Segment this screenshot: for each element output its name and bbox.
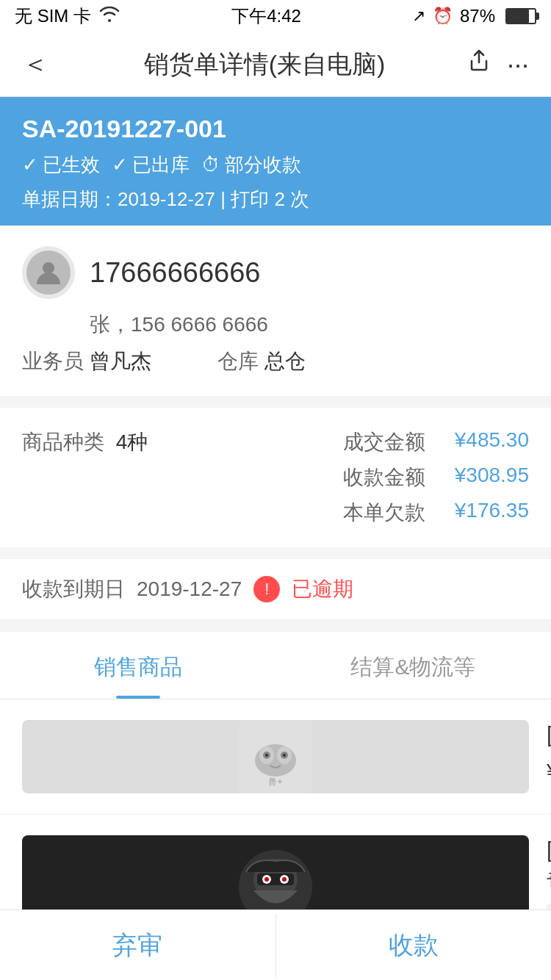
- due-date-value: 2019-12-27: [137, 577, 242, 601]
- page-title: 销货单详情(来自电脑): [63, 48, 466, 82]
- status-right: ↗ ⏰ 87%: [412, 6, 536, 26]
- overdue-text: 已逾期: [292, 575, 353, 603]
- svg-point-8: [283, 754, 286, 757]
- svg-text:兽+: 兽+: [268, 777, 282, 787]
- customer-meta: 业务员 曾凡杰 仓库 总仓: [22, 347, 529, 375]
- warehouse-meta: 仓库 总仓: [217, 347, 306, 375]
- warehouse-label: 仓库: [217, 347, 259, 375]
- status-bar: 无 SIM 卡 下午4:42 ↗ ⏰ 87%: [0, 0, 551, 32]
- payment-button[interactable]: 收款: [276, 914, 552, 977]
- stats-section: 商品种类 4种 成交金额 ¥485.30 收款金额 ¥308.95 本单欠款 ¥…: [0, 408, 551, 547]
- deal-label: 成交金额: [343, 428, 425, 456]
- product-type-count: 4种: [116, 430, 148, 453]
- sales-label: 业务员: [22, 347, 84, 375]
- more-button[interactable]: ···: [507, 49, 529, 80]
- table-row: 兽+ [0000002]面包 ¥40 x 5 袋 = ¥199.99: [0, 699, 551, 815]
- tabs-section: 销售商品 结算&物流等: [0, 632, 551, 699]
- battery-icon: [505, 8, 536, 24]
- status-partial-payment: ⏱ 部分收款: [201, 152, 301, 178]
- product-type-label: 商品种类: [22, 430, 104, 453]
- alarm-icon: ⏰: [433, 7, 453, 26]
- status-left: 无 SIM 卡: [15, 4, 120, 28]
- debt-row: 本单欠款 ¥176.35: [343, 499, 529, 527]
- receipt-row: 收款金额 ¥308.95: [343, 464, 529, 491]
- header-banner: SA-20191227-001 ✓ 已生效 ✓ 已出库 ⏱ 部分收款 单据日期：…: [0, 97, 551, 226]
- sales-value: 曾凡杰: [90, 347, 151, 375]
- customer-row: 17666666666: [22, 246, 529, 299]
- avatar: [22, 246, 75, 299]
- tab-settlement[interactable]: 结算&物流等: [276, 632, 551, 699]
- back-button[interactable]: ＜: [22, 46, 48, 82]
- receipt-value: ¥308.95: [455, 464, 529, 491]
- battery-label: 87%: [460, 6, 495, 26]
- debt-value: ¥176.35: [455, 499, 529, 527]
- due-date-label: 收款到期日: [22, 575, 125, 603]
- customer-name: 张，156 6666 6666: [90, 311, 529, 339]
- deal-value: ¥485.30: [455, 428, 529, 456]
- svg-point-17: [282, 877, 287, 882]
- deal-row: 成交金额 ¥485.30: [343, 428, 529, 456]
- product-name-2: [00040001]黄油曲奇: [547, 835, 551, 896]
- check-icon-2: ✓: [112, 154, 128, 176]
- warehouse-value: 总仓: [264, 347, 306, 375]
- share-button[interactable]: [466, 48, 492, 81]
- due-section: 收款到期日 2019-12-27 ! 已逾期: [0, 559, 551, 620]
- clock-icon: ⏱: [201, 154, 220, 176]
- product-info-1: [0000002]面包 ¥40 x 5 袋 = ¥199.99: [547, 720, 551, 785]
- nav-bar: ＜ 销货单详情(来自电脑) ···: [0, 32, 551, 97]
- status-effective: ✓ 已生效: [22, 152, 100, 178]
- product-price-1: ¥40: [547, 760, 551, 783]
- order-date: 单据日期：2019-12-27 | 打印 2 次: [22, 187, 529, 212]
- product-thumbnail-1: 兽+: [22, 720, 529, 793]
- check-icon-1: ✓: [22, 154, 38, 176]
- tabs-row: 销售商品 结算&物流等: [0, 632, 551, 699]
- bottom-bar: 弃审 收款: [0, 909, 551, 980]
- carrier-label: 无 SIM 卡: [15, 4, 91, 28]
- stats-right: 成交金额 ¥485.30 收款金额 ¥308.95 本单欠款 ¥176.35: [343, 428, 529, 527]
- wifi-icon: [98, 6, 120, 26]
- svg-point-7: [265, 754, 268, 757]
- customer-section: 17666666666 张，156 6666 6666 业务员 曾凡杰 仓库 总…: [0, 226, 551, 396]
- customer-phone: 17666666666: [90, 257, 260, 289]
- debt-label: 本单欠款: [343, 499, 425, 527]
- overdue-icon: !: [253, 576, 280, 602]
- nav-actions: ···: [466, 48, 529, 81]
- cancel-audit-button[interactable]: 弃审: [0, 914, 276, 977]
- sales-meta: 业务员 曾凡杰: [22, 347, 151, 375]
- svg-point-16: [264, 877, 269, 882]
- status-time: 下午4:42: [231, 4, 301, 28]
- status-row: ✓ 已生效 ✓ 已出库 ⏱ 部分收款: [22, 152, 529, 178]
- receipt-label: 收款金额: [343, 464, 425, 491]
- avatar-inner: [26, 251, 71, 295]
- order-id: SA-20191227-001: [22, 115, 529, 143]
- stats-left: 商品种类 4种: [22, 428, 148, 527]
- product-price-row-1: ¥40 x 5 袋 = ¥199.99: [547, 757, 551, 785]
- location-icon: ↗: [412, 7, 425, 26]
- product-name-1: [0000002]面包: [547, 720, 551, 750]
- tab-sales-products[interactable]: 销售商品: [0, 632, 276, 699]
- status-shipped: ✓ 已出库: [112, 152, 190, 178]
- svg-point-0: [43, 262, 54, 274]
